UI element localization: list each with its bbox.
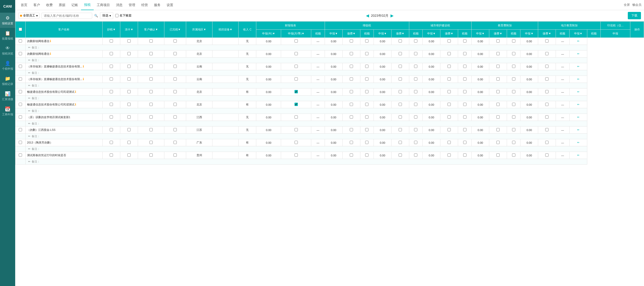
caibao-year-cb[interactable]: [295, 39, 298, 43]
cs-shenb-cb[interactable]: [399, 77, 402, 81]
cs-shenb-cb[interactable]: [399, 128, 402, 131]
cs-shenb-cb[interactable]: [399, 52, 402, 55]
df-jiaof-cb[interactable]: [512, 52, 515, 55]
row-checkbox[interactable]: [19, 65, 22, 68]
qingka-checkbox[interactable]: [127, 128, 131, 131]
row-checkbox[interactable]: [19, 141, 22, 144]
df-shenb-cb[interactable]: [496, 77, 500, 81]
vip-btn[interactable]: 畅会员: [632, 3, 641, 7]
jy-shenb-cb[interactable]: [447, 128, 451, 131]
nav-home[interactable]: 首页: [18, 0, 30, 10]
zeng-shenb-cb[interactable]: [350, 103, 353, 106]
df-jiaof-cb[interactable]: [512, 115, 515, 119]
wanshui-checkbox[interactable]: [173, 52, 177, 55]
nav-jingying[interactable]: 经营: [138, 0, 151, 10]
queren-checkbox[interactable]: [149, 90, 153, 93]
df-jiaof-cb[interactable]: [512, 39, 515, 43]
chaoshui-checkbox[interactable]: [110, 128, 113, 131]
edit-button[interactable]: ✏: [577, 78, 579, 81]
cs-jiaof-cb[interactable]: [414, 90, 417, 93]
df-shenb-cb[interactable]: [496, 115, 500, 119]
search-input[interactable]: [42, 13, 92, 19]
chaoshui-checkbox[interactable]: [110, 39, 113, 43]
caibao-year-cb[interactable]: [295, 52, 298, 55]
qingka-checkbox[interactable]: [127, 65, 131, 68]
jy-shenb-cb[interactable]: [447, 153, 451, 157]
prev-date-button[interactable]: ◀: [366, 13, 369, 18]
zeng-shenb-cb[interactable]: [350, 128, 353, 131]
zeng-jiaof-cb[interactable]: [365, 52, 368, 55]
jy-jiaof-cb[interactable]: [463, 128, 466, 131]
zeng-shenb-cb[interactable]: [350, 65, 353, 68]
chaoshui-checkbox[interactable]: [110, 90, 113, 93]
caibao-year-cb[interactable]: [295, 141, 298, 144]
jy-shenb-cb[interactable]: [447, 90, 451, 93]
cs-shenb-cb[interactable]: [399, 115, 402, 119]
jy-jiaof-cb[interactable]: [463, 153, 466, 157]
named-list-checkbox-input[interactable]: [115, 14, 119, 17]
wanshui-checkbox[interactable]: [173, 153, 177, 157]
yh-shenb-cb[interactable]: [545, 39, 549, 43]
jy-shenb-cb[interactable]: [447, 52, 451, 55]
edit-button[interactable]: ✏: [577, 116, 579, 119]
cs-shenb-cb[interactable]: [399, 153, 402, 157]
jy-jiaof-cb[interactable]: [463, 141, 466, 144]
cs-shenb-cb[interactable]: [399, 65, 402, 68]
zeng-jiaof-cb[interactable]: [365, 141, 368, 144]
chaoshui-checkbox[interactable]: [110, 153, 113, 157]
edit-button[interactable]: ✏: [577, 90, 579, 93]
zeng-jiaof-cb[interactable]: [365, 65, 368, 68]
jy-jiaof-cb[interactable]: [463, 52, 466, 55]
zeng-shenb-cb[interactable]: [350, 52, 353, 55]
cs-jiaof-cb[interactable]: [414, 52, 417, 55]
nav-shezhi[interactable]: 设置: [164, 0, 176, 10]
sidebar-item-geshui[interactable]: 👤 个税申报: [0, 58, 15, 73]
zeng-jiaof-cb[interactable]: [365, 128, 368, 131]
wanshui-checkbox[interactable]: [173, 128, 177, 131]
edit-button[interactable]: ✏: [577, 154, 579, 157]
sidebar-item-huisuan[interactable]: 📊 汇算清缴: [0, 88, 15, 104]
queren-checkbox[interactable]: [149, 141, 153, 144]
wanshui-checkbox[interactable]: [173, 141, 177, 144]
zeng-jiaof-cb[interactable]: [365, 77, 368, 81]
jy-shenb-cb[interactable]: [447, 39, 451, 43]
edit-button[interactable]: ✏: [577, 65, 579, 68]
edit-button[interactable]: ✏: [577, 103, 579, 106]
df-shenb-cb[interactable]: [496, 65, 500, 68]
cs-jiaof-cb[interactable]: [414, 103, 417, 106]
row-checkbox[interactable]: [19, 90, 22, 93]
queren-checkbox[interactable]: [149, 65, 153, 68]
nav-fuwu[interactable]: 服务: [151, 0, 164, 10]
caibao-year-cb[interactable]: [295, 128, 298, 131]
jy-jiaof-cb[interactable]: [463, 103, 466, 106]
named-list-checkbox[interactable]: 名下账套: [115, 13, 132, 18]
jy-jiaof-cb[interactable]: [463, 115, 466, 119]
zeng-shenb-cb[interactable]: [350, 77, 353, 81]
jy-jiaof-cb[interactable]: [463, 65, 466, 68]
zeng-shenb-cb[interactable]: [350, 90, 353, 93]
yh-shenb-cb[interactable]: [545, 128, 549, 131]
row-checkbox[interactable]: [19, 103, 22, 106]
wanshui-checkbox[interactable]: [173, 90, 177, 93]
df-jiaof-cb[interactable]: [512, 153, 515, 157]
qingka-checkbox[interactable]: [127, 153, 131, 157]
employee-filter[interactable]: 全部员工 ▾: [18, 13, 40, 19]
cs-shenb-cb[interactable]: [399, 141, 402, 144]
row-checkbox[interactable]: [19, 128, 22, 131]
edit-button[interactable]: ✏: [577, 128, 579, 131]
row-checkbox[interactable]: [19, 153, 22, 157]
jy-jiaof-cb[interactable]: [463, 77, 466, 81]
qingka-checkbox[interactable]: [127, 141, 131, 144]
chaoshui-checkbox[interactable]: [110, 77, 113, 81]
zeng-shenb-cb[interactable]: [350, 39, 353, 43]
qingka-checkbox[interactable]: [127, 103, 131, 106]
sidebar-item-jilu[interactable]: 📁 报税记录: [0, 73, 15, 88]
cs-jiaof-cb[interactable]: [414, 153, 417, 157]
wanshui-checkbox[interactable]: [173, 115, 177, 119]
nav-guanli[interactable]: 管理: [126, 0, 138, 10]
caibao-year-cb[interactable]: [295, 103, 298, 106]
row-checkbox[interactable]: [19, 39, 22, 43]
qingka-checkbox[interactable]: [127, 115, 131, 119]
download-button[interactable]: 下载: [628, 12, 641, 19]
zeng-shenb-cb[interactable]: [350, 153, 353, 157]
